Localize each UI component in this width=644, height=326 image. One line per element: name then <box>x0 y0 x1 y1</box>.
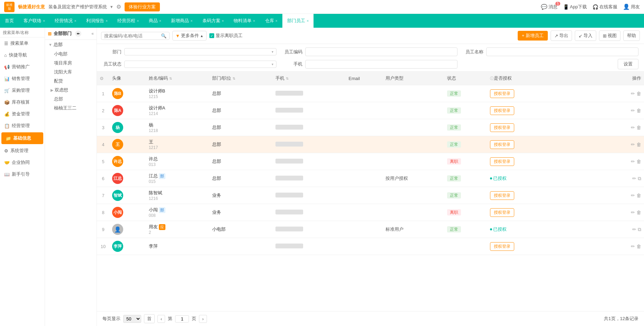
delete-btn[interactable]: 🗑 <box>636 159 641 164</box>
row-user-type <box>383 238 444 255</box>
delete-btn[interactable]: 🗑 <box>636 244 641 249</box>
delete-btn[interactable]: 🗑 <box>636 210 641 215</box>
edit-btn[interactable]: ✏ <box>631 210 635 215</box>
auth-login-btn[interactable]: 授权登录 <box>490 208 514 217</box>
dept-node-group[interactable]: ▼总部 <box>45 40 97 50</box>
filter-emp-name: 员工名称 查询 <box>464 47 638 56</box>
edit-btn[interactable]: ✏ <box>631 125 635 130</box>
filter-emp-name-input[interactable] <box>486 47 638 56</box>
sidebar-item-system[interactable]: ⚙系统管理 <box>0 145 45 157</box>
edit-btn[interactable]: ✏ <box>631 142 635 147</box>
first-page-btn[interactable]: 首 <box>144 314 155 323</box>
auth-login-btn[interactable]: 授权登录 <box>490 140 514 149</box>
more-btn[interactable]: 帮助 <box>623 30 640 41</box>
auth-login-btn[interactable]: 授权登录 <box>490 89 514 98</box>
row-index: 2 <box>97 102 109 119</box>
filter-phone-input[interactable] <box>305 60 457 69</box>
nav-item-new-goods[interactable]: 新增商品 × <box>166 14 197 28</box>
nav-item-profit[interactable]: 利润报告 × <box>81 14 112 28</box>
nav-item-bom[interactable]: 物料清单 × <box>229 14 260 28</box>
user-avatar-btn[interactable]: 👤 用友 <box>623 3 640 10</box>
dept-node-zongbu[interactable]: 总部 <box>45 95 97 104</box>
sidebar-item-inventory[interactable]: 📦库存核算 <box>0 96 45 108</box>
sidebar-item-collab[interactable]: 🤝企业协同 <box>0 157 45 168</box>
col-dept-pos[interactable]: 部门/职位 ⇅ <box>209 72 273 85</box>
dept-node-shuangliuxiang[interactable]: ▶双虑想 <box>45 86 97 95</box>
import-btn[interactable]: ↙ 导入 <box>575 30 596 41</box>
online-service-btn[interactable]: 🎧 在线客服 <box>592 4 617 10</box>
table-row: 8 小闯 小闯 部 008 业务 离职 <box>97 204 644 221</box>
col-phone[interactable]: 手机 ⇅ <box>273 72 346 85</box>
prev-page-btn[interactable]: ‹ <box>157 315 165 323</box>
sidebar-item-sales[interactable]: 📊销售管理 <box>0 73 45 85</box>
sidebar-item-marketing[interactable]: 📢营销推广 <box>0 61 45 73</box>
dept-node-peihuo[interactable]: 配货 <box>45 77 97 86</box>
dept-node-shenyang[interactable]: 沈阳大库 <box>45 68 97 77</box>
dept-node-youzuwangsan[interactable]: 柚柚王三二 <box>45 104 97 113</box>
next-page-btn[interactable]: › <box>199 315 207 323</box>
auth-login-btn[interactable]: 授权登录 <box>490 106 514 115</box>
page-size-select[interactable]: 50 100 <box>123 315 141 323</box>
nav-item-goods[interactable]: 商品 × <box>144 14 166 28</box>
sidebar-search-input[interactable] <box>3 30 45 35</box>
dept-node-xiaodibu[interactable]: 小电部 <box>45 50 97 59</box>
delete-btn[interactable]: 🗑 <box>636 125 641 130</box>
trial-btn[interactable]: 体验行业方案 <box>125 2 160 11</box>
search-input-wrap: 🔍 <box>101 32 170 40</box>
nav-item-dept-staff[interactable]: 部门员工 × <box>282 14 314 28</box>
search-input[interactable] <box>104 33 160 38</box>
app-download-btn[interactable]: 📱 App下载 <box>563 4 587 10</box>
settings-icon[interactable]: ⚙ <box>116 3 121 10</box>
col-name-code[interactable]: 姓名/编码 ⇅ <box>146 72 209 85</box>
nav-item-customer[interactable]: 客户联络 × <box>19 14 50 28</box>
filter-status-select[interactable]: ▾ <box>124 61 276 68</box>
dept-edit-icon[interactable]: ✏ <box>75 30 81 37</box>
dept-all-header[interactable]: ⊞ 全部部门 ✏ « <box>45 28 97 40</box>
edit-btn[interactable]: ✏ <box>631 193 635 198</box>
delete-btn[interactable]: 🗑 <box>636 108 641 113</box>
nav-item-warehouse[interactable]: 仓库 × <box>260 14 282 28</box>
edit-btn[interactable]: ✏ <box>631 159 635 164</box>
search-submit-icon[interactable]: 🔍 <box>161 33 166 38</box>
msg-btn[interactable]: 💬 5 消息 <box>541 4 557 10</box>
sidebar-item-management[interactable]: 📋经营管理 <box>0 120 45 132</box>
row-phone <box>273 153 346 170</box>
system-dropdown-icon[interactable]: ▾ <box>110 4 113 9</box>
filter-emp-code-input[interactable] <box>305 47 457 56</box>
page-input[interactable] <box>175 315 189 323</box>
auth-login-btn[interactable]: 授权登录 <box>490 191 514 200</box>
delete-btn[interactable]: 🗑 <box>636 142 641 147</box>
reset-btn[interactable]: 设置 <box>618 59 638 69</box>
edit-btn[interactable]: ✏ <box>632 176 636 181</box>
dept-collapse-btn[interactable]: « <box>91 31 94 36</box>
show-resigned-toggle[interactable]: ✓ 显示离职员工 <box>209 33 243 39</box>
edit-btn[interactable]: ✏ <box>632 227 636 232</box>
edit-btn[interactable]: ✏ <box>631 244 635 249</box>
col-settings[interactable]: ⚙ <box>97 72 109 85</box>
sidebar-item-nav[interactable]: ⌂快捷导航 <box>0 49 45 61</box>
delete-btn[interactable]: 🗑 <box>636 193 641 198</box>
add-employee-btn[interactable]: + 新增员工 <box>518 31 548 41</box>
auth-login-btn[interactable]: 授权登录 <box>490 157 514 166</box>
sidebar-item-finance[interactable]: 💰资金管理 <box>0 108 45 120</box>
sidebar-item-purchase[interactable]: 🛒采购管理 <box>0 85 45 96</box>
view-btn[interactable]: ⊞ 视图 <box>599 30 620 41</box>
delete-btn[interactable]: 🗑 <box>636 91 641 96</box>
auth-login-btn[interactable]: 授权登录 <box>490 242 514 251</box>
edit-btn[interactable]: ✏ <box>631 91 635 96</box>
nav-item-ops[interactable]: 经营情况 × <box>50 14 81 28</box>
copy-btn[interactable]: ⧉ <box>638 176 641 182</box>
nav-item-barcode[interactable]: 条码方案 × <box>198 14 229 28</box>
dept-node-xiangmukufang[interactable]: 项目库房 <box>45 59 97 68</box>
more-filter-btn[interactable]: ▼ 更多条件 ▲ <box>172 31 207 41</box>
nav-item-home[interactable]: 首页 <box>0 14 19 28</box>
edit-btn[interactable]: ✏ <box>631 108 635 113</box>
export-btn[interactable]: ↗ 导出 <box>551 30 572 41</box>
nav-item-history[interactable]: 经营历程 × <box>112 14 144 28</box>
filter-dept-select[interactable]: ▾ <box>124 48 276 55</box>
sidebar-item-guide[interactable]: 📖新手引导 <box>0 168 45 180</box>
sidebar-item-search[interactable]: ☰搜索菜单 <box>0 37 45 49</box>
auth-login-btn[interactable]: 授权登录 <box>490 123 514 132</box>
copy-btn[interactable]: ⧉ <box>638 227 641 232</box>
sidebar-item-basic-info[interactable]: 📁基础信息 <box>1 132 43 144</box>
